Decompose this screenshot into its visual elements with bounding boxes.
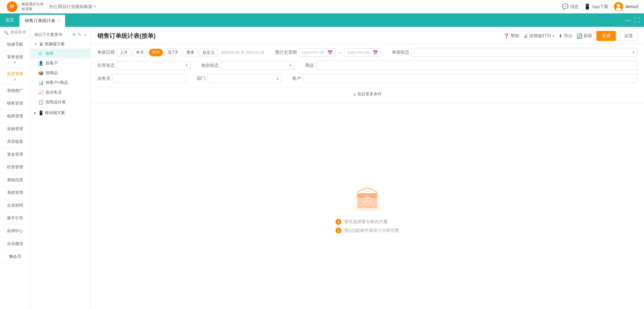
date-btn-custom[interactable]: 自定义 — [200, 49, 218, 56]
sidebar-item-inventory[interactable]: 库存核算 — [0, 136, 30, 148]
sidebar-item-sales[interactable]: 销售管理 — [0, 97, 30, 110]
logo-icon: 好 — [7, 1, 17, 12]
svg-point-8 — [368, 199, 370, 201]
ship-status-select[interactable] — [117, 61, 191, 70]
tab-sales-order-stat[interactable]: 销售订单统计表 × — [19, 15, 65, 27]
customer-input[interactable]: ··· — [303, 74, 637, 83]
desktop-group-label: 电脑端方案 — [45, 41, 65, 47]
scheme-item-by-order[interactable]: ⊙ 按单 — [30, 49, 90, 58]
tab-home[interactable]: 首页 — [0, 13, 19, 27]
dept-select[interactable] — [208, 74, 281, 83]
sidebar-item-apps[interactable]: 应用中心 — [0, 225, 30, 238]
sidebar-item-basic[interactable]: 基础信息 — [0, 174, 30, 187]
message-button[interactable]: 💬 消息 — [562, 3, 579, 10]
tab-window-icon[interactable]: ⛶ — [634, 17, 640, 24]
by-customer-icon: 👤 — [38, 61, 44, 66]
doc-status-select-wrapper — [411, 48, 637, 57]
mobile-group-arrow-icon: ▶ — [34, 111, 37, 115]
query-button[interactable]: 查询 — [596, 31, 616, 41]
date-separator: — — [338, 50, 342, 55]
print-button[interactable]: 🖨 按模板打印 ▾ — [523, 33, 554, 39]
by-salesperson-label: 按业务员 — [46, 90, 62, 95]
refresh-button[interactable]: 🔄 刷新 — [577, 33, 592, 39]
goods-more-icon: ··· — [631, 63, 634, 68]
scheme-item-by-customer[interactable]: 👤 按客户 — [30, 58, 90, 68]
scheme-edit-icon[interactable]: ✎ — [77, 32, 82, 37]
salesperson-input[interactable]: ··· — [112, 74, 186, 83]
sidebar-item-business[interactable]: 经营管理 — [0, 161, 30, 174]
sidebar-item-corp[interactable]: 企业协同 — [0, 199, 30, 212]
collect-status-label: 收款状态 — [201, 62, 219, 68]
expected-date-to[interactable]: yyyy-mm-dd 📅 — [344, 48, 381, 57]
nav-ecommerce-label: 电商管理 — [7, 113, 23, 119]
refresh-icon: 🔄 — [577, 33, 582, 39]
user-menu[interactable]: demo2 — [614, 2, 639, 11]
desktop-scheme-group-header[interactable]: ▼ 🖥 电脑端方案 — [30, 40, 90, 49]
scheme-item-by-cust-prod[interactable]: 📊 按客户+商品 — [30, 78, 90, 88]
date-btn-this-month[interactable]: 本月 — [133, 49, 147, 56]
desktop-scheme-group: ▼ 🖥 电脑端方案 ⊙ 按单 👤 按客户 📦 按商品 📊 — [30, 40, 90, 107]
doc-status-label: 单据状态 — [392, 49, 409, 55]
dept-block: 部门 — [197, 74, 281, 83]
date-btn-7days[interactable]: 近7天 — [165, 49, 181, 56]
collect-status-select[interactable] — [221, 61, 294, 70]
by-customer-label: 按客户 — [46, 60, 58, 66]
print-label: 按模板打印 — [529, 33, 551, 39]
date-filter-block: 单据日期 上月 本月 本年 近7天 更多 自定义 2023-01-01 至 20… — [97, 49, 264, 56]
collapse-row: ∧ 收起更多条件 — [97, 87, 637, 99]
nav-newbie-label: 新手引导 — [7, 215, 23, 221]
scheme-item-by-category[interactable]: 📋 按商品分类 — [30, 97, 90, 107]
breadcrumb[interactable]: 办公用品行业模拟账套 ▾ — [49, 4, 96, 10]
quick-nav-item[interactable]: 快捷导航 — [0, 38, 30, 51]
collapse-button[interactable]: ∧ 收起更多条件 — [97, 89, 637, 99]
help-button[interactable]: ❓ 帮助 — [503, 33, 519, 39]
svg-point-2 — [616, 8, 621, 11]
help-icon: ❓ — [503, 33, 509, 39]
date-btn-more[interactable]: 更多 — [183, 49, 198, 56]
settings-button[interactable]: 设置 — [620, 31, 637, 41]
refresh-label: 刷新 — [584, 33, 592, 39]
date-btn-this-year[interactable]: 本年 — [149, 49, 163, 56]
mobile-scheme-group-header[interactable]: ▶ 📱 移动端方案 — [30, 108, 90, 117]
app-download-button[interactable]: 📱 App下载 — [584, 3, 608, 10]
sidebar-item-system[interactable]: 系统管理 — [0, 187, 30, 199]
scheme-collapse-icon[interactable]: « — [84, 32, 86, 37]
tab-minimize-icon[interactable]: — — [625, 17, 631, 24]
sidebar-item-newbie[interactable]: 新手引导 — [0, 212, 30, 225]
sidebar-item-finance[interactable]: 资金管理 — [0, 148, 30, 161]
date-btn-last-month[interactable]: 上月 — [117, 49, 131, 56]
sidebar-item-wholesale[interactable]: 批发管理 ▲ — [0, 68, 30, 85]
sidebar-item-marketing[interactable]: 营销推广 — [0, 85, 30, 97]
customer-block: 客户 ··· — [292, 74, 637, 83]
svg-point-7 — [365, 199, 366, 201]
message-icon: 💬 — [562, 3, 569, 10]
nav-sales-label: 销售管理 — [7, 101, 23, 106]
sidebar-item-wechat[interactable]: 企业微信 — [0, 238, 30, 250]
sidebar-item-retail[interactable]: 零售管理 ▼ — [0, 51, 30, 68]
mobile-group-label: 移动端方案 — [45, 110, 65, 116]
scheme-add-icon[interactable]: + — [72, 32, 75, 38]
nav-corp-label: 企业协同 — [7, 203, 23, 208]
topbar: 好 畅捷通好生意 标准版 办公用品行业模拟账套 ▾ 💬 消息 📱 App下载 d… — [0, 0, 644, 13]
search-menu-item[interactable]: 🔍 搜索菜单 — [0, 27, 30, 38]
expected-date-from[interactable]: yyyy-mm-dd 📅 — [299, 48, 336, 57]
doc-status-block: 单据状态 — [392, 48, 637, 57]
export-button[interactable]: ⬇ 导出 — [558, 33, 573, 39]
scheme-item-by-salesperson[interactable]: 📈 按业务员 — [30, 88, 90, 97]
sidebar-item-ecommerce[interactable]: 电商管理 — [0, 110, 30, 123]
goods-input[interactable]: ··· — [316, 61, 637, 70]
tab-close-icon[interactable]: × — [57, 18, 60, 23]
by-order-label: 按单 — [46, 51, 54, 56]
tab-actions: — ⛶ — [625, 17, 644, 24]
sidebar-item-purchase[interactable]: 采购管理 — [0, 123, 30, 136]
nav-member-label: 畅会员 — [9, 254, 21, 259]
main-layout: 🔍 搜索菜单 快捷导航 零售管理 ▼ 批发管理 ▲ 营销推广 销售管理 电商管理… — [0, 27, 644, 310]
nav-wholesale-arrow: ▲ — [13, 78, 16, 81]
avatar — [614, 2, 623, 11]
hint-text-2: 用[过滤]条件来缩小分析范围 — [344, 227, 399, 234]
scheme-item-by-product[interactable]: 📦 按商品 — [30, 68, 90, 78]
page-actions: ❓ 帮助 🖨 按模板打印 ▾ ⬇ 导出 🔄 — [503, 31, 637, 41]
page-header: 销售订单统计表(按单) ❓ 帮助 🖨 按模板打印 ▾ ⬇ — [91, 27, 644, 44]
sidebar-item-member[interactable]: 畅会员 — [0, 250, 30, 263]
doc-status-select[interactable] — [411, 48, 637, 57]
